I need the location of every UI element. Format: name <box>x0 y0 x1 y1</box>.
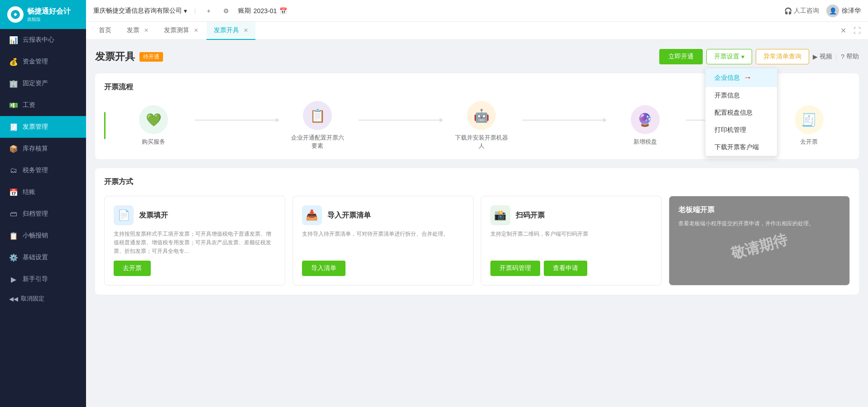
content-area: 发票开具 待开通 立即开通 开票设置 ▾ 异常清单查询 ▶ 视频 | <box>86 40 868 407</box>
user-info[interactable]: 👤 徐泽华 <box>826 5 861 17</box>
avatar-icon: 👤 <box>829 7 837 15</box>
customer-service-button[interactable]: 🎧 人工咨询 <box>784 7 819 15</box>
tabs-right: ✕ ⛶ <box>839 25 863 36</box>
sidebar-item-新手引导[interactable]: ▶ 新手引导 <box>0 268 86 290</box>
dropdown-item-0[interactable]: 企业信息→ <box>705 68 777 87</box>
tab-close-icon[interactable]: ✕ <box>144 27 149 34</box>
card-btn[interactable]: 去开票 <box>114 261 151 276</box>
dropdown-item-3[interactable]: 打印机管理 <box>705 121 777 139</box>
methods-section-title: 开票方式 <box>104 177 850 187</box>
help-button[interactable]: ? 帮助 <box>841 53 859 61</box>
flow-step-0: 💚 购买服务 <box>113 105 195 146</box>
flow-connector-1 <box>359 120 441 121</box>
tab-label: 发票测算 <box>164 26 189 34</box>
sidebar-item-小畅报销[interactable]: 📋 小畅报销 <box>0 225 86 247</box>
headset-icon: 🎧 <box>784 7 792 15</box>
logo-subtitle: 旗舰版 <box>27 16 71 23</box>
user-name: 徐泽华 <box>842 7 861 15</box>
exception-list-button[interactable]: 异常清单查询 <box>756 49 809 64</box>
dropdown-item-2[interactable]: 配置税盘信息 <box>705 104 777 121</box>
header-actions: 立即开通 开票设置 ▾ 异常清单查询 ▶ 视频 | ? 帮助 <box>659 49 859 64</box>
method-cards: 📄 发票填开 支持按照发票样式手工填开发票；可开具增值税电子普通发票、增值税普通… <box>104 196 850 286</box>
sidebar-icon: 📊 <box>9 35 18 44</box>
activate-button[interactable]: 立即开通 <box>659 49 703 64</box>
dropdown-item-label: 打印机管理 <box>715 126 746 134</box>
flow-step-icon: 💚 <box>139 105 168 134</box>
tab-首页[interactable]: 首页 <box>91 22 119 40</box>
flow-step-3: 🔮 新增税盘 <box>604 105 686 146</box>
card-header: 📸 扫码开票 <box>490 205 652 225</box>
company-name[interactable]: 重庆畅捷交通信息咨询有限公司 ▾ <box>93 7 187 15</box>
period-label: 账期 <box>238 7 251 15</box>
card-btn-secondary[interactable]: 查看申请 <box>544 261 587 276</box>
tab-label: 发票 <box>127 26 139 34</box>
card-btn-primary[interactable]: 开票码管理 <box>490 261 540 276</box>
tab-发票开具[interactable]: 发票开具✕ <box>206 22 255 40</box>
sidebar-item-归档管理[interactable]: 🗃 归档管理 <box>0 203 86 225</box>
card-icon: 📸 <box>490 205 510 225</box>
sidebar-item-发票管理[interactable]: 🧾 发票管理 <box>0 116 86 138</box>
sidebar-item-结账[interactable]: 📅 结账 <box>0 181 86 203</box>
card-header: 📄 发票填开 <box>114 205 276 225</box>
card-header: 老板端开票 <box>678 205 840 215</box>
tab-expand-button[interactable]: ⛶ <box>852 26 863 36</box>
sidebar-label: 资金管理 <box>23 58 48 66</box>
tab-close-button[interactable]: ✕ <box>839 25 848 36</box>
sidebar-label: 工资 <box>23 101 35 109</box>
sidebar-item-税务管理[interactable]: 🗂 税务管理 <box>0 160 86 181</box>
collapse-arrow-icon: ◀◀ <box>9 296 18 302</box>
play-icon: ▶ <box>813 53 818 60</box>
card-btn[interactable]: 导入清单 <box>302 261 345 276</box>
flow-step-label: 新增税盘 <box>633 138 657 146</box>
tab-label: 发票开具 <box>214 26 239 34</box>
topbar-separator: | <box>194 7 196 15</box>
calendar-icon[interactable]: 📅 <box>279 7 287 15</box>
card-title: 老板端开票 <box>678 205 715 215</box>
card-icon: 📄 <box>114 205 134 225</box>
plus-icon: + <box>207 7 211 15</box>
tab-发票测算[interactable]: 发票测算✕ <box>157 22 206 40</box>
sidebar-label: 固定资产 <box>23 79 48 87</box>
page-title: 发票开具 <box>95 50 135 63</box>
sidebar-icon: ▶ <box>9 275 18 284</box>
sidebar: 畅捷通好会计 旗舰版 📊 云报表中心 💰 资金管理 🏢 固定资产 💵 工资 🧾 … <box>0 0 86 407</box>
flow-step-label: 下载并安装开票机器人 <box>454 134 508 150</box>
settings-button[interactable]: ⚙ <box>220 5 233 16</box>
gear-icon: ⚙ <box>223 7 229 15</box>
method-card-1: 📥 导入开票清单 支持导入待开票清单，可对待开票清单进行拆分、合并处理。 导入清… <box>293 196 474 286</box>
sidebar-item-库存核算[interactable]: 📦 库存核算 <box>0 138 86 160</box>
flow-step-label: 购买服务 <box>142 138 165 146</box>
tab-close-icon[interactable]: ✕ <box>194 27 198 34</box>
sidebar-icon: 🏢 <box>9 79 18 88</box>
dropdown-item-4[interactable]: 下载开票客户端 <box>705 139 777 156</box>
sidebar-collapse[interactable]: ◀◀ 取消固定 <box>0 290 86 307</box>
sidebar-item-云报表中心[interactable]: 📊 云报表中心 <box>0 29 86 51</box>
sidebar-icon: 🗃 <box>9 209 18 218</box>
tab-发票[interactable]: 发票✕ <box>120 22 156 40</box>
sidebar-item-固定资产[interactable]: 🏢 固定资产 <box>0 73 86 94</box>
card-desc: 支持导入待开票清单，可对待开票清单进行拆分、合并处理。 <box>302 230 464 238</box>
sidebar-item-工资[interactable]: 💵 工资 <box>0 94 86 116</box>
sidebar-item-基础设置[interactable]: ⚙️ 基础设置 <box>0 247 86 268</box>
settings-dropdown-button[interactable]: 开票设置 ▾ <box>706 49 752 64</box>
card-header: 📥 导入开票清单 <box>302 205 464 225</box>
card-title: 导入开票清单 <box>327 211 371 220</box>
sidebar-label: 云报表中心 <box>23 36 54 44</box>
dropdown-chevron-icon: ▾ <box>741 53 744 60</box>
arrow-indicator: → <box>743 73 752 82</box>
tab-close-icon[interactable]: ✕ <box>244 27 248 34</box>
sidebar-label: 新手引导 <box>23 275 48 283</box>
collapse-label: 取消固定 <box>21 295 44 303</box>
dropdown-item-label: 企业信息 <box>715 74 740 82</box>
sidebar-label: 小畅报销 <box>23 232 48 240</box>
sidebar-item-资金管理[interactable]: 💰 资金管理 <box>0 51 86 73</box>
flow-border <box>104 112 106 139</box>
dropdown-item-1[interactable]: 开票信息 <box>705 87 777 104</box>
flow-step-icon: 📋 <box>303 101 332 130</box>
tabs-bar: 首页发票✕发票测算✕发票开具✕ ✕ ⛶ <box>86 22 868 40</box>
sidebar-logo: 畅捷通好会计 旗舰版 <box>0 0 86 29</box>
period-info: 账期 2023-01 📅 <box>238 7 287 15</box>
video-button[interactable]: ▶ 视频 <box>813 53 832 61</box>
tab-label: 首页 <box>99 26 111 34</box>
add-company-button[interactable]: + <box>203 5 214 16</box>
